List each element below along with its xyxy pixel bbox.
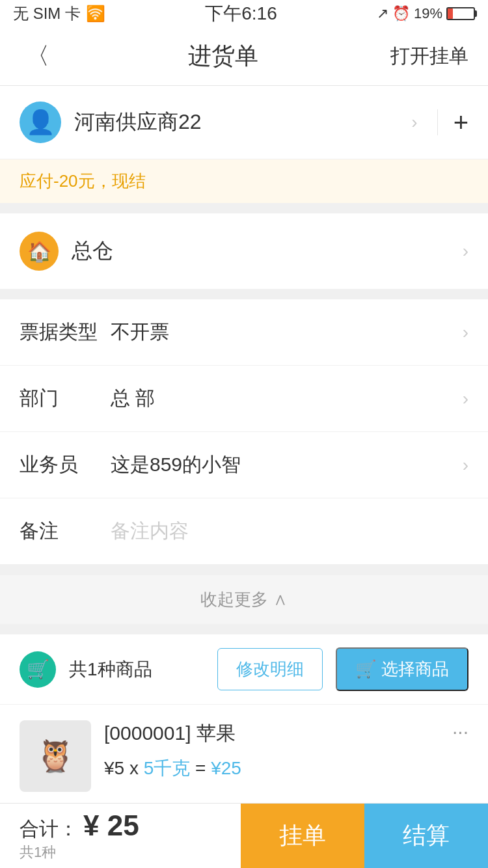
product-count: 共1种商品 bbox=[69, 657, 204, 682]
bill-type-value: 不开票 bbox=[111, 319, 463, 346]
notice-text: 应付-20元，现结 bbox=[20, 171, 146, 191]
notice-row: 应付-20元，现结 bbox=[0, 159, 488, 203]
bill-type-label: 票据类型 bbox=[20, 319, 111, 346]
product-header: 🛒 共1种商品 修改明细 🛒 选择商品 bbox=[0, 634, 488, 705]
product-section: 🛒 共1种商品 修改明细 🛒 选择商品 🦉 [0000001] 苹果 ¥5 x … bbox=[0, 634, 488, 807]
status-time: 下午6:16 bbox=[205, 1, 277, 26]
sim-label: 无 SIM 卡 bbox=[13, 3, 81, 24]
supplier-name: 河南供应商22 bbox=[74, 108, 411, 137]
total-main: 合计： ¥ 25 bbox=[20, 809, 221, 843]
product-info: [0000001] 苹果 ¥5 x 5千克 = ¥25 bbox=[104, 720, 439, 781]
page-title: 进货单 bbox=[188, 40, 258, 72]
product-item: 🦉 [0000001] 苹果 ¥5 x 5千克 = ¥25 ··· bbox=[0, 705, 488, 807]
select-product-button[interactable]: 🛒 选择商品 bbox=[336, 647, 468, 691]
total-label: 合计： bbox=[20, 816, 78, 843]
bottom-bar: 合计： ¥ 25 共1种 挂单 结算 bbox=[0, 803, 488, 868]
total-section: 合计： ¥ 25 共1种 bbox=[0, 804, 241, 868]
battery-label: 19% bbox=[414, 5, 442, 22]
divider bbox=[437, 109, 438, 135]
nav-bar: 〈 进货单 打开挂单 bbox=[0, 27, 488, 86]
checkout-button[interactable]: 结算 bbox=[364, 804, 488, 868]
product-thumbnail: 🦉 bbox=[20, 720, 91, 792]
total-amount: ¥ 25 bbox=[83, 809, 139, 842]
bill-type-row[interactable]: 票据类型 不开票 › bbox=[0, 299, 488, 366]
select-product-icon: 🛒 bbox=[355, 659, 376, 679]
department-chevron-icon: › bbox=[463, 388, 468, 409]
form-section: 票据类型 不开票 › 部门 总 部 › 业务员 这是859的小智 › 备注 备注… bbox=[0, 299, 488, 565]
remark-row[interactable]: 备注 备注内容 bbox=[0, 498, 488, 565]
warehouse-icon: 🏠 bbox=[20, 232, 59, 271]
status-right: ↗ ⏰ 19% bbox=[377, 5, 475, 22]
product-price-row: ¥5 x 5千克 = ¥25 bbox=[104, 756, 439, 781]
salesperson-chevron-icon: › bbox=[463, 455, 468, 476]
salesperson-value: 这是859的小智 bbox=[111, 452, 463, 478]
total-sub: 共1种 bbox=[20, 843, 221, 862]
department-label: 部门 bbox=[20, 385, 111, 412]
status-left: 无 SIM 卡 🛜 bbox=[13, 3, 105, 24]
bill-type-chevron-icon: › bbox=[463, 322, 468, 343]
select-product-label: 选择商品 bbox=[381, 658, 449, 681]
status-bar: 无 SIM 卡 🛜 下午6:16 ↗ ⏰ 19% bbox=[0, 0, 488, 27]
wifi-icon: 🛜 bbox=[86, 5, 105, 23]
product-code: [0000001] bbox=[104, 722, 197, 744]
product-unit-price: ¥5 x bbox=[104, 758, 144, 778]
main-content: 👤 河南供应商22 › + 应付-20元，现结 🏠 总仓 › 票据类型 不开票 … bbox=[0, 86, 488, 868]
cart-icon: 🛒 bbox=[27, 658, 49, 680]
location-icon: ↗ bbox=[377, 5, 388, 22]
product-placeholder-icon: 🦉 bbox=[36, 738, 75, 774]
add-supplier-button[interactable]: + bbox=[454, 108, 468, 137]
product-total: ¥25 bbox=[211, 758, 241, 778]
battery-icon bbox=[446, 7, 475, 20]
hang-button[interactable]: 挂单 bbox=[241, 804, 364, 868]
alarm-icon: ⏰ bbox=[392, 5, 410, 22]
salesperson-row[interactable]: 业务员 这是859的小智 › bbox=[0, 432, 488, 498]
remark-label: 备注 bbox=[20, 518, 111, 545]
collapse-toggle-button[interactable]: 收起更多 ∧ bbox=[0, 575, 488, 624]
department-row[interactable]: 部门 总 部 › bbox=[0, 366, 488, 432]
collapse-toggle-label: 收起更多 ∧ bbox=[200, 590, 287, 609]
avatar-icon: 👤 bbox=[26, 109, 55, 136]
department-value: 总 部 bbox=[111, 385, 463, 412]
back-button[interactable]: 〈 bbox=[20, 34, 56, 79]
warehouse-chevron-icon: › bbox=[463, 241, 468, 262]
product-name: [0000001] 苹果 bbox=[104, 720, 439, 747]
product-equals: = bbox=[190, 758, 211, 778]
remark-placeholder: 备注内容 bbox=[111, 518, 468, 545]
product-icon: 🛒 bbox=[20, 651, 56, 688]
product-qty: 5千克 bbox=[144, 758, 191, 778]
supplier-avatar: 👤 bbox=[20, 102, 61, 143]
warehouse-name: 总仓 bbox=[72, 237, 463, 265]
open-pending-button[interactable]: 打开挂单 bbox=[390, 43, 468, 70]
modify-detail-button[interactable]: 修改明细 bbox=[217, 648, 323, 690]
warehouse-section[interactable]: 🏠 总仓 › bbox=[0, 213, 488, 289]
product-title: 苹果 bbox=[197, 722, 236, 744]
supplier-chevron-icon: › bbox=[411, 112, 417, 133]
salesperson-label: 业务员 bbox=[20, 452, 111, 478]
supplier-row[interactable]: 👤 河南供应商22 › + bbox=[0, 86, 488, 159]
product-more-button[interactable]: ··· bbox=[452, 720, 468, 742]
supplier-section: 👤 河南供应商22 › + 应付-20元，现结 bbox=[0, 86, 488, 203]
home-icon: 🏠 bbox=[27, 240, 51, 263]
